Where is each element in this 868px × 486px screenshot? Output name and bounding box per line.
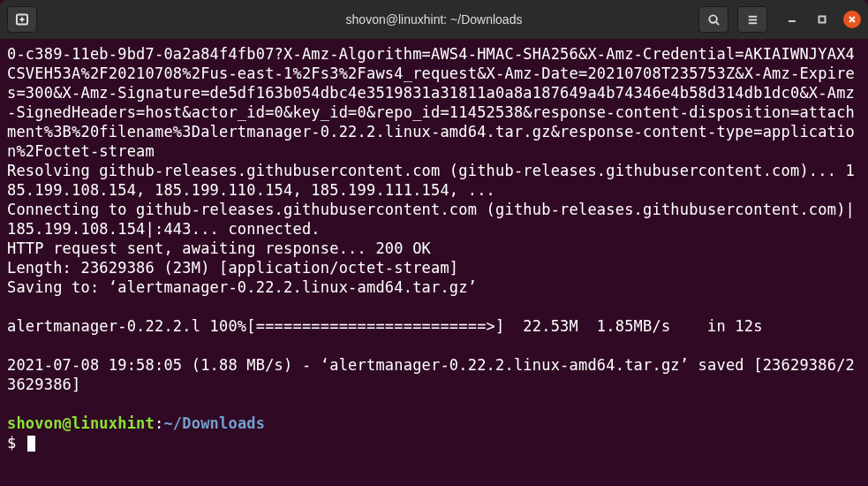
output-line: Length: 23629386 (23M) [application/octe… (7, 259, 458, 277)
close-icon (848, 15, 857, 24)
new-tab-icon (15, 12, 29, 27)
new-tab-button[interactable] (7, 6, 37, 33)
titlebar-left (7, 6, 37, 33)
hamburger-icon (746, 13, 759, 27)
window-title: shovon@linuxhint: ~/Downloads (346, 12, 523, 27)
minimize-button[interactable] (783, 11, 801, 28)
output-line: 0-c389-11eb-9bd7-0a2a84f4fb07?X-Amz-Algo… (7, 45, 855, 160)
output-line: Resolving github-releases.githubusercont… (7, 162, 855, 199)
titlebar-right (698, 6, 861, 33)
svg-point-3 (709, 15, 716, 22)
minimize-icon (788, 15, 796, 24)
svg-line-4 (715, 21, 718, 24)
svg-rect-9 (819, 17, 826, 23)
prompt-colon: : (155, 414, 163, 432)
search-button[interactable] (698, 6, 728, 33)
menu-button[interactable] (737, 6, 767, 33)
window-controls (783, 11, 861, 28)
terminal-output[interactable]: 0-c389-11eb-9bd7-0a2a84f4fb07?X-Amz-Algo… (0, 39, 868, 458)
output-line: Connecting to github-releases.githubuser… (7, 201, 855, 238)
prompt-dollar: $ (7, 434, 26, 452)
output-line: alertmanager-0.22.2.l 100%[=============… (7, 317, 763, 335)
cursor (27, 436, 35, 452)
output-line: 2021-07-08 19:58:05 (1.88 MB/s) - ‘alert… (7, 356, 855, 393)
close-button[interactable] (843, 11, 861, 28)
output-line: Saving to: ‘alertmanager-0.22.2.linux-am… (7, 278, 477, 296)
titlebar: shovon@linuxhint: ~/Downloads (0, 0, 868, 39)
prompt-user-host: shovon@linuxhint (7, 414, 155, 432)
maximize-button[interactable] (813, 11, 831, 28)
prompt-path: ~/Downloads (163, 414, 265, 432)
search-icon (707, 13, 721, 27)
maximize-icon (818, 15, 826, 24)
output-line: HTTP request sent, awaiting response... … (7, 239, 431, 257)
